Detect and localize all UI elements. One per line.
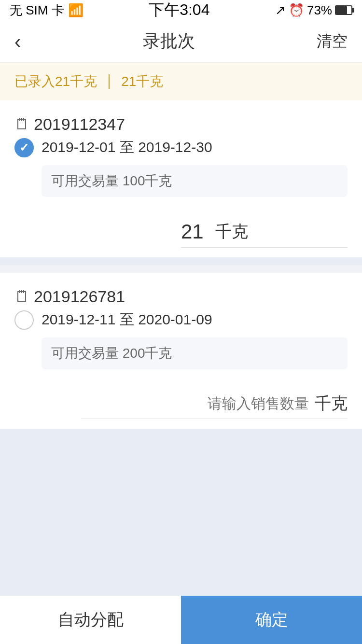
status-left: 无 SIM 卡 📶: [10, 2, 84, 19]
bottom-bar: 自动分配 确定: [0, 596, 362, 644]
no-sim-text: 无 SIM 卡: [10, 2, 64, 19]
batch2-card: 🗒 2019126781 2019-12-11 至 2020-01-09 可用交…: [0, 273, 362, 384]
wifi-icon: 📶: [68, 3, 84, 18]
batch1-card: 🗒 2019112347 2019-12-01 至 2019-12-30 可用交…: [0, 100, 362, 211]
summary-divider: [109, 74, 110, 89]
batch1-radio[interactable]: [14, 138, 34, 157]
batch2-radio[interactable]: [14, 310, 34, 330]
card-divider: [0, 257, 362, 265]
status-right: ↗ ⏰ 73%: [275, 3, 352, 18]
summary-recorded: 已录入21千克: [14, 72, 97, 91]
batch1-date-row[interactable]: 2019-12-01 至 2019-12-30: [14, 138, 348, 157]
empty-area: [0, 429, 362, 612]
summary-bar: 已录入21千克 21千克: [0, 63, 362, 100]
batch2-icon: 🗒: [14, 288, 30, 306]
batch2-input-row: 千克: [0, 384, 362, 429]
confirm-button[interactable]: 确定: [181, 596, 362, 644]
page-title: 录批次: [143, 29, 195, 53]
time-display: 下午3:04: [149, 0, 209, 21]
auto-distribute-button[interactable]: 自动分配: [0, 596, 181, 644]
batch1-date: 2019-12-01 至 2019-12-30: [42, 138, 212, 157]
clear-button[interactable]: 清空: [317, 31, 348, 52]
batch2-qty-unit: 千克: [315, 392, 348, 415]
batch2-date: 2019-12-11 至 2020-01-09: [42, 310, 212, 330]
nav-bar: ‹ 录批次 清空: [0, 20, 362, 63]
battery-icon: [335, 5, 352, 15]
batch1-id: 2019112347: [34, 115, 125, 134]
alarm-icon: ⏰: [289, 3, 304, 18]
back-button[interactable]: ‹: [14, 32, 21, 51]
batch2-qty-input[interactable]: [81, 395, 309, 412]
batch2-id-row: 🗒 2019126781: [14, 287, 348, 306]
summary-total: 21千克: [121, 72, 163, 91]
batch2-id: 2019126781: [34, 287, 125, 306]
batch2-available: 可用交易量 200千克: [42, 337, 348, 369]
status-bar: 无 SIM 卡 📶 下午3:04 ↗ ⏰ 73%: [0, 0, 362, 20]
batch1-id-row: 🗒 2019112347: [14, 115, 348, 134]
batch1-qty-value: 21: [181, 220, 204, 243]
batch1-available: 可用交易量 100千克: [42, 165, 348, 197]
batch1-qty-row: 21 千克: [0, 211, 362, 257]
location-icon: ↗: [275, 3, 286, 18]
batch1-icon: 🗒: [14, 115, 30, 133]
battery-text: 73%: [307, 3, 332, 18]
batch1-qty-unit: 千克: [215, 221, 248, 243]
batch2-date-row[interactable]: 2019-12-11 至 2020-01-09: [14, 310, 348, 330]
